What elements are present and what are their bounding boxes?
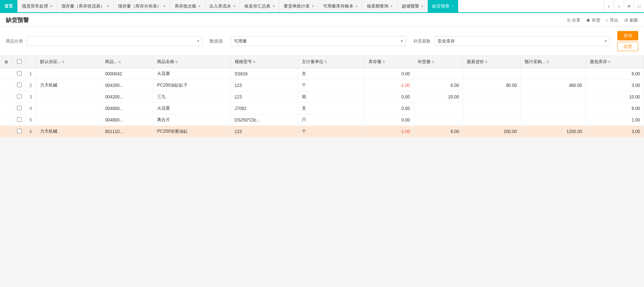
row-estimated-2: [521, 91, 586, 103]
row-checkbox-cell-5[interactable]: [13, 126, 25, 137]
refresh-icon: ↺: [624, 18, 628, 23]
table-row: 6 力天机械 801110... PC200张紧油缸 123 个 -1.00 6…: [0, 126, 644, 137]
row-checkbox-3[interactable]: [17, 106, 22, 110]
row-checkbox-5[interactable]: [17, 129, 22, 133]
row-checkbox-4[interactable]: [17, 117, 22, 122]
row-estimated-3: [521, 103, 586, 114]
datasource-label: 数据源: [210, 38, 228, 44]
sort-restock-icon: ⇅: [431, 60, 434, 64]
column-min-stock[interactable]: 最低库存⇅: [586, 56, 644, 68]
sort-min-stock-icon: ⇅: [608, 60, 611, 64]
share-button[interactable]: ⎘ 分享: [567, 17, 580, 23]
tab-label-inventory-dist: 现存量（库存分布表）: [118, 3, 161, 9]
column-checkbox[interactable]: [13, 56, 25, 68]
row-name-5: PC200张紧油缸: [153, 126, 231, 137]
category-select[interactable]: ▾: [27, 36, 203, 46]
restock-icon: ✚: [586, 18, 590, 23]
tab-prev-button[interactable]: ‹: [604, 0, 614, 13]
shortage-warning-table: ⚙ 默认供应...⇅ 商品...⇅ 商品名称⇅ 规格型号⇅: [0, 56, 644, 137]
tab-bar: 首页拣货异常处理×现存量（库存状况表）×现存量（库存分布表）×库存批次账×出入库…: [0, 0, 644, 13]
export-label: 导出: [610, 17, 618, 23]
tab-close-icon-inventory-dist[interactable]: ×: [164, 4, 166, 8]
tab-item-receipt-summary[interactable]: 收发存汇总表×: [240, 0, 279, 13]
tab-close-icon-available-ledger[interactable]: ×: [356, 4, 358, 8]
tab-item-inventory-dist[interactable]: 现存量（库存分布表）×: [114, 0, 170, 13]
row-checkbox-1[interactable]: [17, 83, 22, 87]
row-checkbox-2[interactable]: [17, 94, 22, 99]
tab-item-order-stat[interactable]: 要货单统计表×: [279, 0, 319, 13]
column-latest-price[interactable]: 最新进价⇅: [463, 56, 521, 68]
column-spec[interactable]: 规格型号⇅: [231, 56, 298, 68]
page-content: 缺货预警 ⎘ 分享 ✚ 补货 ↑ 导出 ↺ 刷新 商品分类: [0, 13, 644, 137]
row-checkbox-0[interactable]: [17, 71, 22, 76]
column-product-code[interactable]: 商品...⇅: [101, 56, 153, 68]
row-spec-2: 123: [231, 91, 298, 103]
row-checkbox-cell-3[interactable]: [13, 103, 25, 114]
query-button[interactable]: 查询: [617, 31, 638, 40]
tab-item-inout-flow[interactable]: 出入库流水×: [205, 0, 240, 13]
column-restock-qty[interactable]: 补货量⇅: [414, 56, 463, 68]
tab-close-icon-shortage-warning[interactable]: ×: [452, 4, 454, 8]
row-restock-0: [414, 68, 463, 80]
tab-maximize-button[interactable]: □: [634, 0, 644, 13]
row-restock-5: 6.00: [414, 126, 463, 137]
filter-row: 商品分类 ▾ 数据源 可用量 ▾ 补货基数 安全库存 ▾ 查询 设置: [0, 27, 644, 56]
row-spec-0: SS816: [231, 68, 298, 80]
row-checkbox-cell-0[interactable]: [13, 68, 25, 80]
tab-close-all-button[interactable]: ✕: [624, 0, 634, 13]
tab-close-icon-inventory-status[interactable]: ×: [107, 4, 109, 8]
select-all-checkbox[interactable]: [17, 59, 22, 64]
tab-close-icon-receipt-summary[interactable]: ×: [273, 4, 275, 8]
export-button[interactable]: ↑ 导出: [606, 17, 619, 23]
row-price-2: [463, 91, 521, 103]
row-num-2: 3: [25, 91, 36, 103]
tab-item-defect-exception[interactable]: 拣货异常处理×: [18, 0, 57, 13]
row-stock-3: 0.00: [365, 103, 414, 114]
tab-item-batch-account[interactable]: 库存批次账×: [170, 0, 205, 13]
table-row: 5 004800... 离合片 DS250*23c... 只 0.00 1.00: [0, 114, 644, 126]
tab-close-icon-order-stat[interactable]: ×: [312, 4, 314, 8]
restock-base-arrow-icon: ▾: [605, 39, 607, 44]
row-unit-4: 只: [298, 114, 365, 126]
row-checkbox-cell-4[interactable]: [13, 114, 25, 126]
column-default-supplier[interactable]: 默认供应...⇅: [36, 56, 101, 68]
row-num-3: 4: [25, 103, 36, 114]
datasource-select[interactable]: 可用量 ▾: [231, 36, 406, 46]
row-stock-2: 0.00: [365, 91, 414, 103]
tab-close-icon-expiry-query[interactable]: ×: [391, 4, 393, 8]
column-gear[interactable]: ⚙: [0, 56, 13, 68]
settings-button[interactable]: 设置: [617, 42, 638, 51]
row-checkbox-cell-2[interactable]: [13, 91, 25, 103]
row-stock-0: 0.00: [365, 68, 414, 80]
row-estimated-5: 1200.00: [521, 126, 586, 137]
row-estimated-4: [521, 114, 586, 126]
tab-item-home[interactable]: 首页: [0, 0, 18, 13]
row-checkbox-cell-1[interactable]: [13, 80, 25, 91]
refresh-button[interactable]: ↺ 刷新: [624, 17, 638, 23]
restock-base-select[interactable]: 安全库存 ▾: [434, 36, 610, 46]
row-num-0: 1: [25, 68, 36, 80]
tab-item-inventory-status[interactable]: 现存量（库存状况表）×: [57, 0, 114, 13]
column-product-name[interactable]: 商品名称⇅: [153, 56, 231, 68]
row-unit-2: 箱: [298, 91, 365, 103]
tab-close-icon-inout-flow[interactable]: ×: [233, 4, 235, 8]
tab-next-button[interactable]: ›: [614, 0, 624, 13]
tab-item-overstock-warning[interactable]: 超储预警×: [397, 0, 428, 13]
column-unit[interactable]: 主计量单位⇅: [298, 56, 365, 68]
row-code-0: 0000042: [101, 68, 153, 80]
restock-base-label: 补货基数: [413, 38, 431, 44]
tab-close-icon-overstock-warning[interactable]: ×: [421, 4, 423, 8]
tab-close-icon-defect-exception[interactable]: ×: [50, 4, 52, 8]
restock-button[interactable]: ✚ 补货: [586, 17, 600, 23]
row-name-3: 火花塞: [153, 103, 231, 114]
column-estimated-purchase[interactable]: 预计采购...⇅: [521, 56, 586, 68]
column-stock[interactable]: 库存量⇅: [365, 56, 414, 68]
tab-item-available-ledger[interactable]: 可用量库存账本×: [319, 0, 362, 13]
row-price-3: [463, 103, 521, 114]
row-spec-5: 123: [231, 126, 298, 137]
row-gear-1: [0, 80, 13, 91]
tab-item-shortage-warning[interactable]: 缺货预警×: [428, 0, 458, 13]
tab-nav-buttons: ‹ › ✕ □: [604, 0, 644, 13]
tab-item-expiry-query[interactable]: 保质期查询×: [362, 0, 397, 13]
tab-close-icon-batch-account[interactable]: ×: [199, 4, 201, 8]
